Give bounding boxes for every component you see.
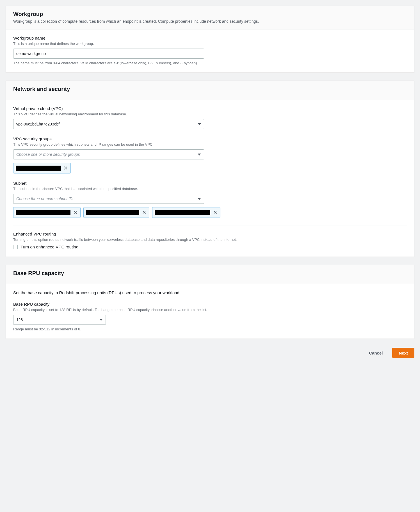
vpc-group: Virtual private cloud (VPC) This VPC def… [13, 106, 407, 129]
workgroup-name-group: Workgroup name This is a unique name tha… [13, 36, 407, 65]
workgroup-header: Workgroup Workgroup is a collection of c… [6, 6, 414, 29]
chevron-down-icon [198, 123, 201, 125]
subnet-label: Subnet [13, 181, 407, 186]
workgroup-body: Workgroup name This is a unique name tha… [6, 29, 414, 72]
subnet-tag: ✕ [13, 207, 81, 218]
security-group-tag-label [16, 166, 61, 171]
subnet-tags: ✕ ✕ ✕ [13, 207, 407, 218]
workgroup-name-input[interactable] [13, 49, 204, 59]
security-groups-select[interactable]: Choose one or more security groups [13, 149, 204, 159]
rpu-label: Base RPU capacity [13, 302, 407, 307]
enhanced-routing-label: Enhanced VPC routing [13, 232, 407, 236]
subnet-group: Subnet The subnet in the chosen VPC that… [13, 181, 407, 218]
footer-actions: Cancel Next [6, 347, 414, 358]
rpu-field-group: Base RPU capacity Base RPU capacity is s… [13, 302, 407, 331]
rpu-header: Base RPU capacity [6, 265, 414, 284]
security-group-tag: ✕ [13, 163, 71, 173]
enhanced-routing-checkbox-row[interactable]: Turn on enhanced VPC routing [13, 244, 407, 249]
vpc-value: vpc-06c2bd1ba7e203ebf [16, 122, 60, 126]
close-icon[interactable]: ✕ [73, 210, 78, 215]
chevron-down-icon [99, 319, 103, 321]
section-separator [13, 225, 407, 225]
workgroup-panel: Workgroup Workgroup is a collection of c… [6, 6, 414, 73]
subnet-tag-label [16, 210, 70, 215]
subnet-select[interactable]: Choose three or more subnet IDs [13, 194, 204, 204]
rpu-intro: Set the base capacity in Redshift proces… [13, 290, 407, 295]
subnet-help: The subnet in the chosen VPC that is ass… [13, 187, 407, 191]
enhanced-routing-checkbox[interactable] [13, 245, 18, 249]
enhanced-routing-help: Turning on this option routes network tr… [13, 237, 407, 242]
subnet-tag: ✕ [152, 207, 220, 218]
network-body: Virtual private cloud (VPC) This VPC def… [6, 100, 414, 257]
security-groups-tags: ✕ [13, 163, 407, 173]
subnet-tag: ✕ [83, 207, 149, 218]
workgroup-name-hint: The name must be from 3-64 characters. V… [13, 61, 407, 65]
subnet-tag-label [155, 210, 210, 215]
enhanced-routing-group: Enhanced VPC routing Turning on this opt… [13, 232, 407, 249]
workgroup-name-help: This is a unique name that defines the w… [13, 42, 407, 46]
vpc-help: This VPC defines the virtual networking … [13, 112, 407, 116]
security-groups-group: VPC security groups This VPC security gr… [13, 136, 407, 173]
chevron-down-icon [198, 154, 201, 156]
rpu-body: Set the base capacity in Redshift proces… [6, 284, 414, 339]
close-icon[interactable]: ✕ [141, 210, 147, 215]
workgroup-name-label: Workgroup name [13, 36, 407, 40]
workgroup-subtitle: Workgroup is a collection of compute res… [13, 19, 407, 24]
close-icon[interactable]: ✕ [213, 210, 218, 215]
rpu-panel: Base RPU capacity Set the base capacity … [6, 265, 414, 339]
enhanced-routing-checkbox-label: Turn on enhanced VPC routing [20, 244, 78, 249]
chevron-down-icon [198, 198, 201, 200]
close-icon[interactable]: ✕ [63, 166, 68, 171]
rpu-title: Base RPU capacity [13, 270, 407, 276]
vpc-label: Virtual private cloud (VPC) [13, 106, 407, 111]
network-panel: Network and security Virtual private clo… [6, 81, 414, 257]
next-button[interactable]: Next [392, 348, 414, 358]
security-groups-label: VPC security groups [13, 136, 407, 141]
rpu-help: Base RPU capacity is set to 128 RPUs by … [13, 308, 407, 312]
cancel-button[interactable]: Cancel [363, 348, 389, 358]
security-groups-help: This VPC security group defines which su… [13, 142, 407, 147]
rpu-value: 128 [16, 317, 23, 322]
rpu-select[interactable]: 128 [13, 315, 106, 325]
subnet-placeholder: Choose three or more subnet IDs [16, 196, 74, 201]
security-groups-placeholder: Choose one or more security groups [16, 152, 80, 157]
network-title: Network and security [13, 86, 407, 92]
rpu-hint: Range must be 32-512 in increments of 8. [13, 327, 407, 331]
workgroup-title: Workgroup [13, 11, 407, 17]
subnet-tag-label [86, 210, 139, 215]
network-header: Network and security [6, 81, 414, 100]
vpc-select[interactable]: vpc-06c2bd1ba7e203ebf [13, 119, 204, 129]
